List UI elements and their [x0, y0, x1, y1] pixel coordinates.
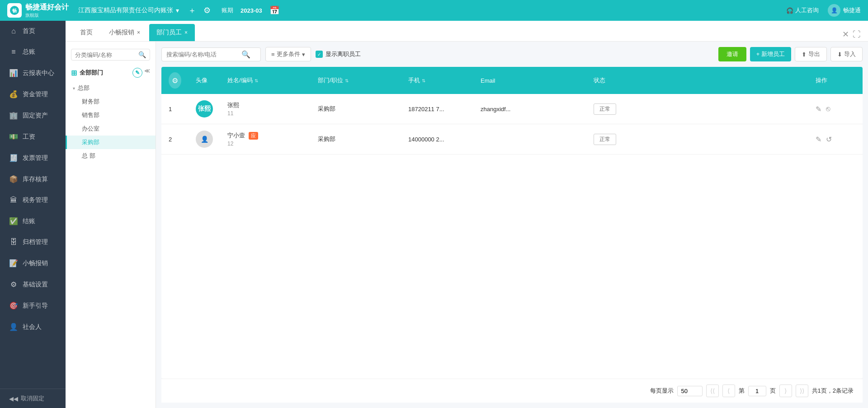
dept-child-label: 办公室 [82, 125, 99, 132]
close-tab-expense[interactable]: × [137, 29, 140, 36]
per-page-select[interactable]: 50 10 20 100 [677, 386, 703, 396]
page-label: 第 [739, 387, 745, 395]
dept-child-caiwubu[interactable]: 财务部 [66, 95, 156, 108]
more-filter-button[interactable]: ≡ 更多条件 ▾ [265, 47, 311, 61]
sidebar-item-assets[interactable]: 🏢 固定资产 [0, 105, 66, 126]
cancel-fixed-button[interactable]: ◀◀ 取消固定 [0, 389, 66, 408]
consult-button[interactable]: 🎧 人工咨询 [786, 6, 819, 14]
edit-button[interactable]: ✎ [816, 135, 821, 144]
th-name-code[interactable]: 姓名/编码 ⇅ [220, 67, 311, 94]
sidebar-item-invoice[interactable]: 🧾 发票管理 [0, 147, 66, 169]
dept-search-input[interactable] [75, 52, 136, 58]
logo-text: 畅捷通好会计 [25, 3, 69, 12]
export-icon: ⬆ [802, 51, 807, 58]
td-actions-1: ✎ ⎋ [808, 98, 863, 120]
sort-icon: ⇅ [345, 78, 349, 83]
toolbar: 🔍 ≡ 更多条件 ▾ ✓ 显示离职员工 邀请 [161, 47, 863, 61]
pencil-icon: ✎ [135, 70, 140, 76]
add-icon[interactable]: ＋ [188, 5, 196, 16]
column-settings-icon[interactable]: ⚙ [169, 72, 181, 89]
logout-button[interactable]: ⎋ [826, 105, 830, 113]
show-resigned-checkbox[interactable]: ✓ 显示离职员工 [316, 50, 361, 58]
th-dept-position[interactable]: 部门/职位 ⇅ [311, 67, 401, 94]
right-panel: 🔍 ≡ 更多条件 ▾ ✓ 显示离职员工 邀请 [156, 42, 868, 408]
employee-name: 张熙 [227, 101, 303, 109]
company-selector[interactable]: 江西服宝精品有限责任公司内账张 ▾ [73, 6, 184, 14]
row-index: 1 [169, 106, 172, 113]
sidebar-item-checkout[interactable]: ✅ 结账 [0, 211, 66, 232]
th-settings[interactable]: ⚙ [161, 67, 189, 94]
sidebar-item-label: 税务管理 [23, 196, 48, 204]
add-dept-button[interactable]: ✎ [132, 68, 142, 78]
employee-search-input[interactable] [166, 51, 239, 58]
dept-search-icon[interactable]: 🔍 [138, 51, 146, 58]
avatar: 张熙 [196, 100, 213, 117]
import-label: 导入 [844, 50, 856, 58]
calendar-icon[interactable]: 📅 [269, 5, 279, 15]
sidebar-item-reports[interactable]: 📊 云报表中心 [0, 62, 66, 84]
filter-icon: ≡ [271, 51, 275, 58]
sidebar-item-home[interactable]: ⌂ 首页 [0, 21, 66, 42]
sidebar-item-settings[interactable]: ⚙ 基础设置 [0, 274, 66, 295]
tab-controls: ✕ ⛶ [842, 29, 861, 41]
header-right: 🎧 人工咨询 👤 畅捷通 [786, 4, 861, 17]
last-page-button[interactable]: ⟩⟩ [796, 385, 808, 397]
dept-child-zongbu2[interactable]: 总 部 [66, 149, 156, 163]
sidebar-item-ledger[interactable]: ≡ 总账 [0, 42, 66, 62]
td-actions-2: ✎ ↺ [808, 129, 863, 150]
export-button[interactable]: ⬆ 导出 [795, 47, 827, 61]
td-status-2: 正常 [586, 127, 808, 151]
collapse-dept-button[interactable]: ≪ [144, 68, 150, 78]
search-icon[interactable]: 🔍 [241, 50, 250, 59]
sidebar-item-account[interactable]: 👤 社会人 [0, 316, 66, 338]
filter-label: 更多条件 [277, 50, 300, 58]
sidebar-item-expense[interactable]: 📝 小畅报销 [0, 253, 66, 274]
tab-dept-employee[interactable]: 部门员工 × [149, 24, 195, 41]
edit-button[interactable]: ✎ [816, 105, 821, 113]
close-tab-dept-employee[interactable]: × [184, 29, 188, 36]
add-employee-button[interactable]: + 新增员工 [750, 47, 791, 61]
action-buttons: ✎ ↺ [816, 135, 855, 144]
user-area[interactable]: 👤 畅捷通 [828, 4, 861, 17]
th-actions-label: 操作 [816, 76, 827, 84]
dept-parent-zongbu[interactable]: 总部 [66, 81, 156, 95]
dept-child-bangongshi[interactable]: 办公室 [66, 122, 156, 136]
employee-dept: 采购部 [318, 105, 335, 112]
reports-icon: 📊 [9, 69, 18, 77]
row-index: 2 [169, 136, 172, 143]
th-dept-label: 部门/职位 [318, 76, 343, 84]
inventory-icon: 📦 [9, 175, 18, 183]
tag-badge: 应 [249, 132, 258, 140]
first-page-button[interactable]: ⟨⟨ [706, 385, 719, 397]
invite-button[interactable]: 邀请 [718, 47, 746, 61]
settings-icon[interactable]: ⚙ [203, 5, 211, 15]
sidebar-item-inventory[interactable]: 📦 库存核算 [0, 169, 66, 190]
all-dept-header[interactable]: ⊞ 全部部门 ✎ ≪ [66, 64, 156, 81]
sidebar-item-guide[interactable]: 🎯 新手引导 [0, 295, 66, 316]
close-tab-icon[interactable]: ✕ [842, 29, 849, 39]
maximize-tab-icon[interactable]: ⛶ [853, 30, 861, 39]
dept-child-xiaoshoubu[interactable]: 销售部 [66, 108, 156, 122]
refresh-button[interactable]: ↺ [826, 135, 832, 144]
sidebar-item-archive[interactable]: 🗄 归档管理 [0, 232, 66, 253]
logo-icon: 畅 [7, 3, 22, 18]
th-mobile[interactable]: 手机 ⇅ [401, 67, 473, 94]
sidebar-item-funds[interactable]: 💰 资金管理 [0, 84, 66, 105]
dept-child-label: 财务部 [82, 98, 99, 105]
import-button[interactable]: ⬇ 导入 [830, 47, 863, 61]
avatar-placeholder: 👤 [201, 136, 208, 143]
prev-page-button[interactable]: ⟨ [722, 385, 735, 397]
logo-sub: 旗舰版 [25, 12, 69, 19]
dropdown-icon: ▾ [176, 7, 179, 14]
dept-search-box[interactable]: 🔍 [71, 49, 150, 61]
page-number-input[interactable] [748, 386, 766, 396]
employee-search-box[interactable]: 🔍 [161, 47, 261, 61]
tab-home[interactable]: 首页 [73, 24, 100, 41]
archive-icon: 🗄 [9, 238, 18, 246]
next-page-button[interactable]: ⟩ [779, 385, 792, 397]
sidebar-item-salary[interactable]: 💵 工资 [0, 126, 66, 147]
invite-label: 邀请 [726, 51, 738, 57]
dept-child-caigoubu[interactable]: 采购部 [66, 136, 156, 149]
sidebar-item-tax[interactable]: 🏛 税务管理 [0, 190, 66, 211]
tab-expense[interactable]: 小畅报销 × [102, 24, 147, 41]
